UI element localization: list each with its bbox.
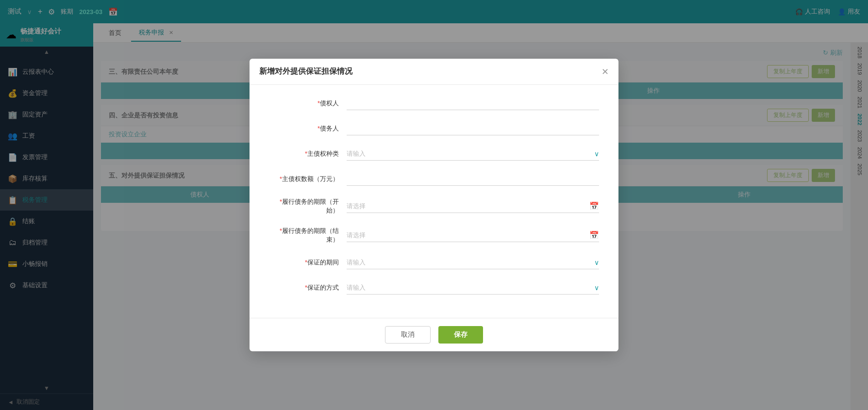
- period-start-field: 📅: [347, 199, 599, 213]
- debtor-input[interactable]: [347, 125, 599, 132]
- creditor-field: [347, 97, 599, 110]
- form-row-period-end: *履行债务的期限（结束） 📅: [269, 227, 599, 244]
- guarantee-period-field: ∨: [347, 256, 599, 269]
- period-end-calendar[interactable]: 📅: [589, 230, 599, 240]
- modal-overlay: 新增对外提供保证担保情况 ✕ *债权人 *债务人: [0, 0, 868, 410]
- form-row-period-start: *履行债务的期限（开始） 📅: [269, 197, 599, 215]
- period-end-label: *履行债务的期限（结束）: [269, 227, 347, 244]
- period-end-field: 📅: [347, 229, 599, 242]
- form-row-creditor: *债权人: [269, 97, 599, 110]
- debtor-field: [347, 122, 599, 135]
- claim-amount-label: *主债权数额（万元）: [269, 175, 347, 183]
- period-start-label: *履行债务的期限（开始）: [269, 197, 347, 215]
- guarantee-method-field: ∨: [347, 281, 599, 295]
- claim-type-label: *主债权种类: [269, 149, 347, 158]
- claim-type-field: ∨: [347, 147, 599, 161]
- modal-header: 新增对外提供保证担保情况 ✕: [250, 59, 618, 85]
- period-start-calendar[interactable]: 📅: [589, 201, 599, 211]
- period-end-input[interactable]: [347, 231, 599, 239]
- debtor-label: *债务人: [269, 124, 347, 133]
- period-start-input[interactable]: [347, 202, 599, 210]
- modal-dialog: 新增对外提供保证担保情况 ✕ *债权人 *债务人: [250, 59, 618, 351]
- form-row-guarantee-method: *保证的方式 ∨: [269, 281, 599, 295]
- modal-body: *债权人 *债务人 *主债权种类: [250, 85, 618, 318]
- modal-close-button[interactable]: ✕: [601, 67, 609, 76]
- guarantee-period-label: *保证的期间: [269, 258, 347, 267]
- claim-amount-input[interactable]: [347, 175, 599, 182]
- claim-amount-field: [347, 172, 599, 186]
- save-button[interactable]: 保存: [438, 326, 483, 344]
- guarantee-period-input[interactable]: [347, 259, 599, 266]
- form-row-guarantee-period: *保证的期间 ∨: [269, 256, 599, 269]
- form-row-claim-amount: *主债权数额（万元）: [269, 172, 599, 186]
- form-row-claim-type: *主债权种类 ∨: [269, 147, 599, 161]
- claim-type-input[interactable]: [347, 150, 599, 157]
- guarantee-method-label: *保证的方式: [269, 283, 347, 292]
- modal-footer: 取消 保存: [250, 318, 618, 351]
- guarantee-method-input[interactable]: [347, 284, 599, 291]
- cancel-button[interactable]: 取消: [385, 326, 431, 344]
- creditor-input[interactable]: [347, 99, 599, 107]
- creditor-label: *债权人: [269, 99, 347, 108]
- modal-title: 新增对外提供保证担保情况: [259, 66, 352, 77]
- form-row-debtor: *债务人: [269, 122, 599, 135]
